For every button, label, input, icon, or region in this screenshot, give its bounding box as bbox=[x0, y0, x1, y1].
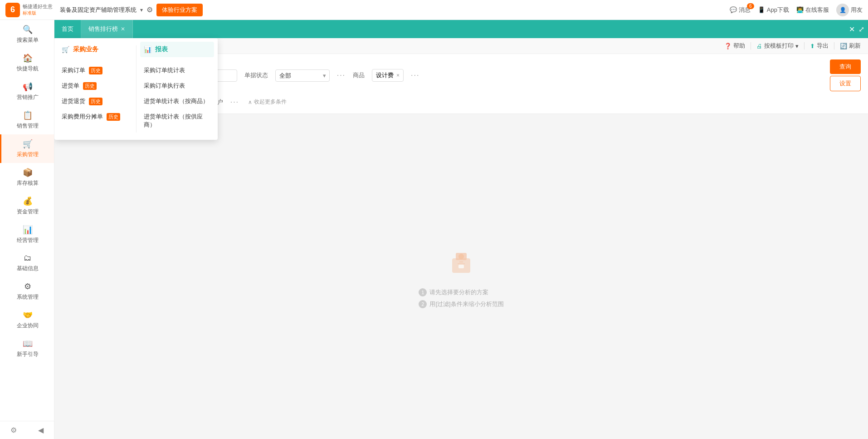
help-btn[interactable]: ❓ 帮助 bbox=[724, 42, 745, 50]
sidebar-item-enterprise[interactable]: 🤝 企业协同 bbox=[0, 306, 54, 334]
settings-btn[interactable]: 设置 bbox=[830, 76, 861, 91]
tab-home[interactable]: 首页 bbox=[54, 20, 81, 38]
report-menu-icon: 📊 bbox=[144, 46, 151, 53]
sidebar-item-label: 系统管理 bbox=[17, 293, 39, 301]
menu-item-purchase-order-stat[interactable]: 采购订单统计表 bbox=[144, 63, 211, 78]
sidebar-collapse-btn[interactable]: ◀ bbox=[38, 426, 44, 434]
sidebar-item-marketing[interactable]: 📢 营销推广 bbox=[0, 77, 54, 106]
sidebar-bottom: ⚙ ◀ bbox=[0, 421, 54, 439]
sidebar-item-sales[interactable]: 📋 销售管理 bbox=[0, 106, 54, 134]
goods-filter-tag: 设计费 × bbox=[372, 69, 404, 82]
return-label: 进货退货 bbox=[62, 97, 85, 105]
online-service-btn[interactable]: 👨‍💻 在线客服 bbox=[796, 6, 829, 14]
toolbar-divider bbox=[751, 42, 751, 49]
basic-icon: 🗂 bbox=[24, 253, 32, 263]
sidebar-item-inventory[interactable]: 📦 库存核算 bbox=[0, 163, 54, 192]
sidebar-item-quick[interactable]: 🏠 快捷导航 bbox=[0, 49, 54, 77]
purchase-dropdown-menu: 🛒 采购业务 采购订单 历史 进货单 历史 进货退货 历史 bbox=[54, 38, 218, 140]
sidebar-item-label: 营销推广 bbox=[17, 94, 39, 101]
purchase-expense-label: 采购费用分摊单 bbox=[62, 113, 103, 121]
sidebar-item-operation[interactable]: 📊 经营管理 bbox=[0, 220, 54, 249]
tab-bar: 首页 销售排行榜 ✕ ✕ ⤢ bbox=[54, 20, 868, 38]
purchase-menu-col: 🛒 采购业务 采购订单 历史 进货单 历史 进货退货 历史 bbox=[62, 45, 129, 133]
inventory-icon: 📦 bbox=[23, 168, 33, 178]
goods-tag-value: 设计费 bbox=[376, 71, 394, 79]
sidebar-item-label: 经营管理 bbox=[17, 237, 39, 244]
sidebar-item-purchase[interactable]: 🛒 采购管理 bbox=[0, 134, 54, 163]
customer-dots[interactable]: ··· bbox=[230, 98, 239, 106]
sidebar-item-finance[interactable]: 💰 资金管理 bbox=[0, 192, 54, 220]
menu-item-return[interactable]: 进货退货 历史 bbox=[62, 94, 129, 109]
dropdown-divider bbox=[136, 45, 137, 133]
purchase-menu-header: 🛒 采购业务 bbox=[62, 45, 129, 57]
menu-item-purchase-order[interactable]: 采购订单 历史 bbox=[62, 63, 129, 78]
inbound-label: 进货单 bbox=[62, 82, 79, 90]
menu-item-purchase-expense[interactable]: 采购费用分摊单 历史 bbox=[62, 109, 129, 124]
export-btn[interactable]: ⬆ 导出 bbox=[810, 42, 829, 50]
tab-expand-btn[interactable]: ⤢ bbox=[858, 25, 864, 34]
sidebar-item-guide[interactable]: 📖 新手引导 bbox=[0, 334, 54, 363]
sidebar-item-search[interactable]: 🔍 搜索菜单 bbox=[0, 20, 54, 49]
sidebar-item-label: 库存核算 bbox=[17, 179, 39, 187]
history-tag: 历史 bbox=[83, 82, 97, 90]
sidebar-item-system[interactable]: ⚙ 系统管理 bbox=[0, 277, 54, 306]
menu-item-inbound-stat-goods[interactable]: 进货单统计表（按商品） bbox=[144, 94, 211, 109]
goods-dots[interactable]: ··· bbox=[411, 71, 419, 79]
message-icon: 💬 bbox=[730, 6, 737, 13]
tab-home-label: 首页 bbox=[62, 25, 73, 33]
search-btn[interactable]: 查询 bbox=[830, 59, 861, 74]
help-icon: ❓ bbox=[724, 43, 731, 49]
message-btn[interactable]: 💬 消息 6 bbox=[730, 6, 751, 14]
system-dropdown-btn[interactable]: ▾ bbox=[140, 7, 143, 13]
logo-area: 6 畅捷通好生意 标准版 bbox=[5, 3, 60, 17]
industry-btn[interactable]: 体验行业方案 bbox=[156, 4, 203, 16]
collapse-icon: ∧ bbox=[248, 99, 252, 105]
avatar: 👤 bbox=[836, 4, 849, 16]
empty-hint-2: 2 用[过滤]条件来缩小分析范围 bbox=[419, 300, 503, 308]
voucher-status-select[interactable]: 全部 待审核 已审核 已作废 bbox=[275, 69, 330, 82]
finance-icon: 💰 bbox=[23, 196, 33, 206]
header-gear-btn[interactable]: ⚙ bbox=[146, 5, 153, 14]
report-menu-header: 📊 报表 bbox=[140, 42, 215, 57]
system-name: 装备及固定资产辅助管理系统 bbox=[60, 6, 137, 14]
system-icon: ⚙ bbox=[24, 281, 31, 291]
header-middle: 装备及固定资产辅助管理系统 ▾ ⚙ 体验行业方案 bbox=[60, 4, 730, 16]
service-icon: 👨‍💻 bbox=[796, 6, 804, 13]
sales-icon: 📋 bbox=[23, 110, 33, 120]
sidebar-item-basic[interactable]: 🗂 基础信息 bbox=[0, 249, 54, 277]
sidebar-item-label: 资金管理 bbox=[17, 208, 39, 216]
sidebar-item-label: 搜索菜单 bbox=[17, 36, 39, 44]
search-icon: 🔍 bbox=[23, 25, 33, 35]
tab-close-btn[interactable]: ✕ bbox=[121, 26, 125, 32]
voucher-status-select-wrap: 全部 待审核 已审核 已作废 bbox=[275, 69, 330, 82]
refresh-btn[interactable]: 🔄 刷新 bbox=[840, 42, 861, 50]
svg-point-2 bbox=[458, 254, 464, 259]
app-download-btn[interactable]: 📱 App下载 bbox=[758, 6, 789, 14]
history-tag: 历史 bbox=[89, 98, 102, 105]
sidebar-item-label: 采购管理 bbox=[17, 151, 39, 158]
collapse-btn[interactable]: ∧ 收起更多条件 bbox=[246, 96, 288, 108]
logo-icon: 6 bbox=[5, 3, 20, 17]
guide-icon: 📖 bbox=[23, 339, 33, 349]
sidebar-item-label: 快捷导航 bbox=[17, 65, 39, 73]
operation-icon: 📊 bbox=[23, 225, 33, 235]
menu-item-purchase-order-exec[interactable]: 采购订单执行表 bbox=[144, 78, 211, 94]
purchase-menu-icon: 🛒 bbox=[62, 46, 69, 53]
voucher-status-label: 单据状态 bbox=[244, 71, 268, 79]
tab-bar-right: ✕ ⤢ bbox=[849, 25, 868, 34]
voucher-status-dots[interactable]: ··· bbox=[337, 71, 346, 79]
goods-label: 商品 bbox=[353, 71, 365, 79]
hint-num-2: 2 bbox=[419, 300, 427, 308]
empty-hints: 1 请先选择要分析的方案 2 用[过滤]条件来缩小分析范围 bbox=[419, 288, 503, 308]
user-btn[interactable]: 👤 用友 bbox=[836, 4, 863, 16]
tab-close-all-btn[interactable]: ✕ bbox=[849, 25, 855, 34]
print-btn[interactable]: 🖨 按模板打印 ▾ bbox=[756, 42, 799, 50]
content-area: 首页 销售排行榜 ✕ ✕ ⤢ 🛒 采购业务 bbox=[54, 20, 868, 439]
sidebar-item-label: 新手引导 bbox=[17, 350, 39, 358]
sidebar-settings-btn[interactable]: ⚙ bbox=[10, 426, 17, 434]
goods-tag-close-btn[interactable]: × bbox=[396, 72, 400, 79]
menu-item-inbound-stat-supplier[interactable]: 进货单统计表（按供应商） bbox=[144, 109, 211, 133]
tab-sales-rank[interactable]: 销售排行榜 ✕ bbox=[81, 20, 133, 38]
menu-item-inbound[interactable]: 进货单 历史 bbox=[62, 78, 129, 94]
toolbar-divider3 bbox=[834, 42, 834, 49]
